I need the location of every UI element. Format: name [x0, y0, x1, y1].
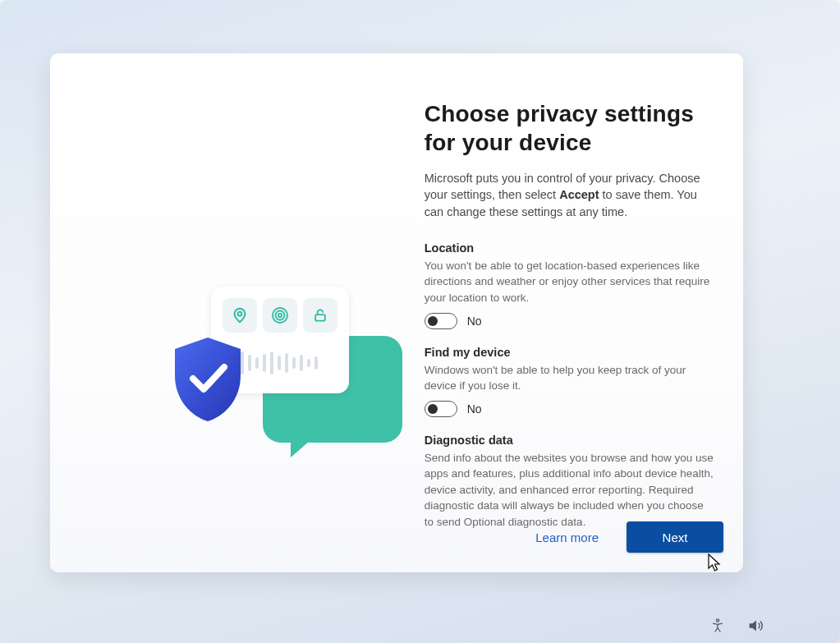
setting-desc: Send info about the websites you browse … — [425, 450, 714, 530]
svg-point-3 — [278, 314, 282, 317]
accessibility-icon[interactable] — [709, 617, 727, 635]
setting-location: Location You won't be able to get locati… — [425, 241, 714, 329]
toggle-row: No — [425, 313, 714, 329]
svg-point-5 — [716, 619, 718, 622]
lock-icon — [303, 298, 337, 333]
subtitle-bold: Accept — [559, 188, 599, 201]
next-button[interactable]: Next — [627, 521, 723, 553]
svg-point-0 — [238, 312, 242, 316]
toggle-label: No — [467, 402, 482, 416]
svg-rect-4 — [315, 315, 325, 321]
page-subtitle: Microsoft puts you in control of your pr… — [425, 170, 714, 220]
oobe-desktop: Choose privacy settings for your device … — [0, 0, 840, 643]
content-column: Choose privacy settings for your device … — [425, 53, 743, 572]
setting-desc: Windows won't be able to help you keep t… — [425, 362, 714, 394]
volume-icon[interactable] — [746, 617, 764, 635]
privacy-card: Choose privacy settings for your device … — [50, 53, 743, 572]
learn-more-link[interactable]: Learn more — [535, 530, 599, 544]
find-my-device-toggle[interactable] — [425, 401, 457, 417]
fingerprint-icon — [263, 298, 297, 333]
location-toggle[interactable] — [425, 313, 457, 329]
setting-title: Location — [425, 241, 714, 255]
illustration-column — [50, 53, 425, 572]
svg-point-2 — [276, 311, 285, 320]
toggle-row: No — [425, 401, 714, 417]
toggle-label: No — [467, 315, 482, 328]
setting-title: Diagnostic data — [425, 434, 714, 447]
system-tray — [709, 617, 764, 635]
setting-desc: You won't be able to get location-based … — [425, 258, 714, 306]
card-footer: Learn more Next — [535, 521, 723, 553]
shield-check-icon — [168, 334, 247, 425]
privacy-illustration — [168, 287, 423, 459]
page-title: Choose privacy settings for your device — [425, 99, 714, 157]
setting-find-my-device: Find my device Windows won't be able to … — [425, 346, 714, 417]
setting-title: Find my device — [425, 346, 714, 359]
location-pin-icon — [223, 298, 257, 333]
